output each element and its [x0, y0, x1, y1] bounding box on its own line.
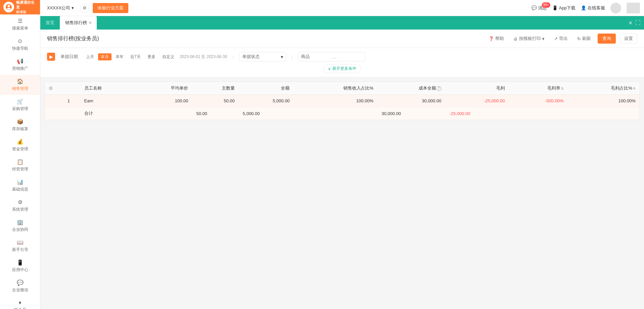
sidebar-item-marketing[interactable]: 📢 营销推广 [0, 55, 40, 75]
sidebar-label-member: 畅会员 [14, 307, 26, 309]
app-label: App下载 [559, 5, 575, 11]
window-close-icon[interactable]: ✕ [628, 20, 633, 26]
print-button[interactable]: 🖨 按模板打印 ▾ [511, 34, 547, 43]
user-name-area [627, 3, 640, 13]
footer-sales-pct [294, 107, 377, 120]
col-settings-header: ⚙ [45, 82, 57, 95]
service-icon: 👤 [581, 5, 586, 10]
table-body: 1 Eam 100.00 50.00 5,000.00 100.00% 30,0… [45, 95, 640, 107]
footer-settings-cell [45, 107, 57, 120]
wechat-icon: 💬 [17, 279, 24, 286]
app-download-button[interactable]: 📱 App下载 [552, 5, 575, 11]
export-button[interactable]: ↗ 导出 [551, 34, 570, 43]
finance-icon: 💰 [17, 139, 24, 145]
sidebar-item-inventory[interactable]: 📦 库存核算 [0, 115, 40, 135]
status-filter[interactable]: 单据状态 ▾ [239, 52, 286, 61]
cell-rank: 1 [57, 95, 80, 107]
col-rank-header [57, 82, 80, 95]
settings-button[interactable]: 设置 [620, 34, 637, 44]
sidebar-label-operations: 经营管理 [12, 166, 28, 172]
expand-label: 展开更多条件 [332, 66, 356, 71]
topbar-right: 💬 消息 99+ 📱 App下载 👤 在线客服 [531, 3, 640, 13]
refresh-button[interactable]: ↻ 刷新 [574, 34, 594, 43]
app-icon: 📱 [552, 5, 558, 10]
col-gross-header: 毛利 [445, 82, 509, 95]
date-option-prev-month[interactable]: 上月 [83, 53, 97, 60]
gross-rate-sort-icon[interactable]: ⇅ [561, 87, 564, 90]
sidebar-item-finance[interactable]: 💰 资金管理 [0, 135, 40, 155]
page-actions: ❓ 帮助 🖨 按模板打印 ▾ ↗ 导出 ↻ 刷新 查询 设置 [486, 34, 637, 44]
system-icon: ⚙ [18, 199, 23, 205]
app-logo: 畅康通好生意 标准版 [0, 0, 40, 14]
footer-gross-rate [509, 107, 568, 120]
tab-close-icon[interactable]: × [89, 20, 91, 25]
date-filter-label: 单据日期 [60, 54, 78, 60]
col-qty-header: 主数量 [192, 82, 239, 95]
data-table: ⚙ 员工名称 平均单价 主数量 全额 销售收入占比% 成本全额? 毛利 毛利率⇅… [45, 82, 640, 120]
apps-icon: 📱 [17, 259, 24, 266]
service-button[interactable]: 👤 在线客服 [581, 5, 605, 11]
tab-home[interactable]: 首页 [40, 16, 60, 30]
tabbar: 首页 销售排行榜 × ✕ ⛶ [40, 16, 644, 30]
date-option-current-month[interactable]: 本月 [98, 53, 112, 60]
chevron-down-icon: ▾ [72, 5, 74, 10]
topbar-settings-button[interactable]: ⚙ [80, 3, 89, 13]
purchase-icon: 🛒 [17, 98, 24, 105]
gross-pct-sort-icon[interactable]: ⇅ [633, 87, 636, 90]
inventory-icon: 📦 [17, 118, 24, 125]
help-button[interactable]: ❓ 帮助 [486, 34, 507, 43]
cost-info-icon[interactable]: ? [437, 86, 441, 91]
date-range-display: 2023-06-01 至 2023-06-30 [180, 54, 227, 60]
tab-sales-ranking[interactable]: 销售排行榜 × [60, 16, 97, 30]
sidebar-item-quick[interactable]: ⊙ 快捷导航 [0, 35, 40, 55]
date-option-more[interactable]: 更多 [145, 53, 158, 60]
query-button[interactable]: 查询 [598, 34, 616, 44]
sidebar-label-purchase: 采购管理 [12, 106, 28, 112]
date-option-7days[interactable]: 近7天 [128, 53, 143, 60]
date-option-current-year[interactable]: 本年 [113, 53, 126, 60]
sidebar-item-wechat[interactable]: 💬 企业微信 [0, 276, 40, 296]
filter-area: ▶ 单据日期 上月 本月 本年 近7天 更多 自定义 2023-06-01 至 … [40, 48, 644, 78]
page-content: 销售排行榜(按业务员) ❓ 帮助 🖨 按模板打印 ▾ ↗ 导出 ↻ 刷新 [40, 30, 644, 309]
operations-icon: 📋 [17, 159, 24, 165]
cell-gross-pct: 100.00% [568, 95, 640, 107]
sidebar-item-guide[interactable]: 📖 新手引导 [0, 236, 40, 256]
cell-gross: -25,000.00 [445, 95, 509, 107]
footer-cost: 30,000.00 [378, 107, 445, 120]
guide-icon: 📖 [17, 239, 24, 246]
cell-cost: 30,000.00 [378, 95, 445, 107]
sidebar-item-system[interactable]: ⚙ 系统管理 [0, 196, 40, 216]
sidebar-item-sales[interactable]: 🏠 销售管理 [0, 75, 40, 95]
status-chevron-icon: ▾ [281, 54, 283, 59]
print-icon: 🖨 [513, 36, 518, 41]
goods-filter[interactable]: 商品 … [298, 52, 365, 61]
sidebar-item-enterprise[interactable]: 🏢 企业协同 [0, 216, 40, 236]
goods-filter-label: 商品 [301, 54, 331, 60]
sidebar-item-apps[interactable]: 📱 应用中心 [0, 256, 40, 276]
svg-point-1 [8, 5, 10, 7]
footer-gross: -25,000.00 [445, 107, 509, 120]
sidebar-item-member[interactable]: ♦ 畅会员 [0, 296, 40, 309]
sidebar-item-purchase[interactable]: 🛒 采购管理 [0, 95, 40, 115]
filter-toggle-button[interactable]: ▶ [47, 53, 55, 61]
trial-button[interactable]: 体验行业方案 [93, 3, 128, 13]
date-option-custom[interactable]: 自定义 [160, 53, 177, 60]
sidebar-item-search[interactable]: ☰ 搜索菜单 [0, 14, 40, 35]
goods-placeholder: … [332, 54, 362, 59]
window-expand-icon[interactable]: ⛶ [635, 20, 641, 26]
marketing-icon: 📢 [17, 58, 24, 64]
message-button[interactable]: 💬 消息 99+ [531, 5, 547, 11]
filter-separator: | [232, 54, 233, 59]
company-selector[interactable]: XXXXX公司 ▾ [44, 4, 77, 12]
expand-conditions-button[interactable]: ∨ 展开更多条件 [324, 64, 361, 73]
sidebar-item-base[interactable]: 📊 基础信息 [0, 175, 40, 196]
table-header: ⚙ 员工名称 平均单价 主数量 全额 销售收入占比% 成本全额? 毛利 毛利率⇅… [45, 82, 640, 95]
tab-home-label: 首页 [46, 20, 54, 26]
sidebar-label-marketing: 营销推广 [12, 66, 28, 71]
sidebar: 畅康通好生意 标准版 ☰ 搜索菜单 ⊙ 快捷导航 📢 营销推广 🏠 销售管理 🛒… [0, 0, 40, 309]
user-avatar[interactable] [610, 3, 621, 13]
column-settings-icon[interactable]: ⚙ [49, 86, 53, 91]
sidebar-label-system: 系统管理 [12, 207, 28, 212]
sidebar-item-operations[interactable]: 📋 经营管理 [0, 155, 40, 175]
topbar: XXXXX公司 ▾ ⚙ 体验行业方案 💬 消息 99+ 📱 App下载 👤 在线… [40, 0, 644, 16]
